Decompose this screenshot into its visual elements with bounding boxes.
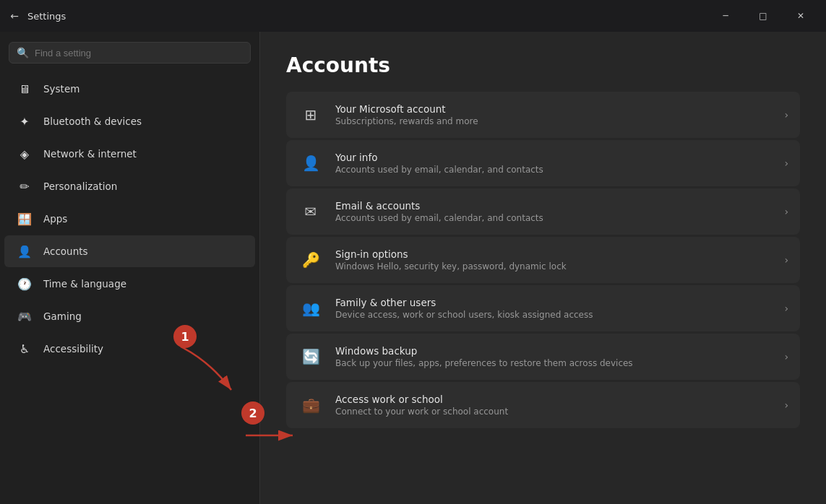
nav-icon-system: 🖥 (16, 80, 33, 97)
nav-icon-time: 🕐 (16, 275, 33, 292)
maximize-button[interactable]: □ (747, 4, 780, 27)
settings-list: ⊞ Your Microsoft account Subscriptions, … (286, 92, 800, 428)
back-button[interactable]: ← (9, 10, 20, 22)
setting-subtitle-sign-in: Windows Hello, security key, password, d… (335, 261, 773, 271)
setting-title-email-accounts: Email & accounts (335, 200, 773, 212)
nav-label-bluetooth: Bluetooth & devices (43, 116, 142, 127)
setting-icon-access-work: 💼 (298, 392, 324, 418)
app-layout: 🔍 🖥 System ✦ Bluetooth & devices ◈ Netwo… (0, 32, 826, 504)
sidebar-item-bluetooth[interactable]: ✦ Bluetooth & devices (4, 105, 255, 137)
nav-icon-personalization: ✏ (16, 178, 33, 195)
setting-card-family-users[interactable]: 👥 Family & other users Device access, wo… (286, 285, 800, 331)
titlebar: ← Settings ─ □ ✕ (0, 0, 826, 32)
sidebar-item-time[interactable]: 🕐 Time & language (4, 268, 255, 300)
chevron-icon-email-accounts: › (784, 206, 788, 217)
setting-title-microsoft-account: Your Microsoft account (335, 103, 773, 115)
sidebar-item-accessibility[interactable]: ♿ Accessibility (4, 333, 255, 365)
setting-icon-sign-in: 🔑 (298, 247, 324, 273)
nav-label-system: System (43, 83, 79, 95)
setting-text-family-users: Family & other users Device access, work… (335, 297, 773, 320)
nav-icon-network: ◈ (16, 145, 33, 162)
setting-subtitle-microsoft-account: Subscriptions, rewards and more (335, 116, 773, 126)
chevron-icon-access-work: › (784, 399, 788, 411)
setting-card-microsoft-account[interactable]: ⊞ Your Microsoft account Subscriptions, … (286, 92, 800, 138)
app-title: Settings (27, 11, 66, 22)
chevron-icon-sign-in: › (784, 254, 788, 266)
sidebar-item-network[interactable]: ◈ Network & internet (4, 138, 255, 170)
setting-text-access-work: Access work or school Connect to your wo… (335, 394, 773, 417)
nav-label-time: Time & language (43, 278, 126, 290)
nav-label-accounts: Accounts (43, 246, 88, 257)
search-icon: 🔍 (17, 47, 29, 58)
setting-card-windows-backup[interactable]: 🔄 Windows backup Back up your files, app… (286, 334, 800, 380)
minimize-button[interactable]: ─ (709, 4, 742, 27)
nav-icon-accounts: 👤 (16, 243, 33, 260)
sidebar: 🔍 🖥 System ✦ Bluetooth & devices ◈ Netwo… (0, 32, 260, 504)
setting-title-access-work: Access work or school (335, 394, 773, 405)
nav-label-gaming: Gaming (43, 310, 82, 322)
setting-card-sign-in[interactable]: 🔑 Sign-in options Windows Hello, securit… (286, 237, 800, 283)
setting-icon-email-accounts: ✉ (298, 199, 324, 225)
setting-icon-microsoft-account: ⊞ (298, 102, 324, 128)
chevron-icon-family-users: › (784, 303, 788, 314)
sidebar-item-accounts[interactable]: 👤 Accounts (4, 235, 255, 267)
search-input[interactable] (35, 48, 243, 58)
chevron-icon-windows-backup: › (784, 351, 788, 362)
sidebar-item-apps[interactable]: 🪟 Apps (4, 203, 255, 235)
setting-title-windows-backup: Windows backup (335, 345, 773, 357)
setting-subtitle-windows-backup: Back up your files, apps, preferences to… (335, 358, 773, 368)
setting-subtitle-your-info: Accounts used by email, calendar, and co… (335, 165, 773, 175)
setting-subtitle-email-accounts: Accounts used by email, calendar, and co… (335, 213, 773, 223)
nav-label-network: Network & internet (43, 148, 137, 160)
nav-icon-apps: 🪟 (16, 210, 33, 227)
chevron-icon-microsoft-account: › (784, 109, 788, 121)
setting-card-email-accounts[interactable]: ✉ Email & accounts Accounts used by emai… (286, 188, 800, 235)
nav-icon-bluetooth: ✦ (16, 113, 33, 130)
main-content: Accounts ⊞ Your Microsoft account Subscr… (260, 32, 826, 504)
page-title: Accounts (286, 53, 800, 77)
nav-label-personalization: Personalization (43, 181, 117, 192)
window-controls: ─ □ ✕ (709, 4, 817, 27)
setting-title-family-users: Family & other users (335, 297, 773, 308)
setting-card-your-info[interactable]: 👤 Your info Accounts used by email, cale… (286, 140, 800, 186)
close-button[interactable]: ✕ (784, 4, 817, 27)
setting-text-windows-backup: Windows backup Back up your files, apps,… (335, 345, 773, 368)
setting-card-access-work[interactable]: 💼 Access work or school Connect to your … (286, 382, 800, 428)
setting-text-your-info: Your info Accounts used by email, calend… (335, 152, 773, 175)
nav-label-apps: Apps (43, 213, 67, 225)
sidebar-item-gaming[interactable]: 🎮 Gaming (4, 300, 255, 332)
setting-title-your-info: Your info (335, 152, 773, 163)
setting-text-email-accounts: Email & accounts Accounts used by email,… (335, 200, 773, 223)
setting-icon-windows-backup: 🔄 (298, 344, 324, 370)
nav-icon-accessibility: ♿ (16, 340, 33, 357)
nav-label-accessibility: Accessibility (43, 343, 103, 355)
setting-text-sign-in: Sign-in options Windows Hello, security … (335, 248, 773, 271)
sidebar-item-personalization[interactable]: ✏ Personalization (4, 170, 255, 202)
setting-text-microsoft-account: Your Microsoft account Subscriptions, re… (335, 103, 773, 126)
sidebar-item-system[interactable]: 🖥 System (4, 73, 255, 105)
chevron-icon-your-info: › (784, 157, 788, 169)
setting-subtitle-family-users: Device access, work or school users, kio… (335, 310, 773, 320)
search-box[interactable]: 🔍 (9, 42, 251, 64)
setting-title-sign-in: Sign-in options (335, 248, 773, 260)
setting-subtitle-access-work: Connect to your work or school account (335, 407, 773, 417)
sidebar-nav: 🖥 System ✦ Bluetooth & devices ◈ Network… (0, 72, 259, 365)
setting-icon-family-users: 👥 (298, 295, 324, 321)
nav-icon-gaming: 🎮 (16, 308, 33, 325)
setting-icon-your-info: 👤 (298, 150, 324, 176)
